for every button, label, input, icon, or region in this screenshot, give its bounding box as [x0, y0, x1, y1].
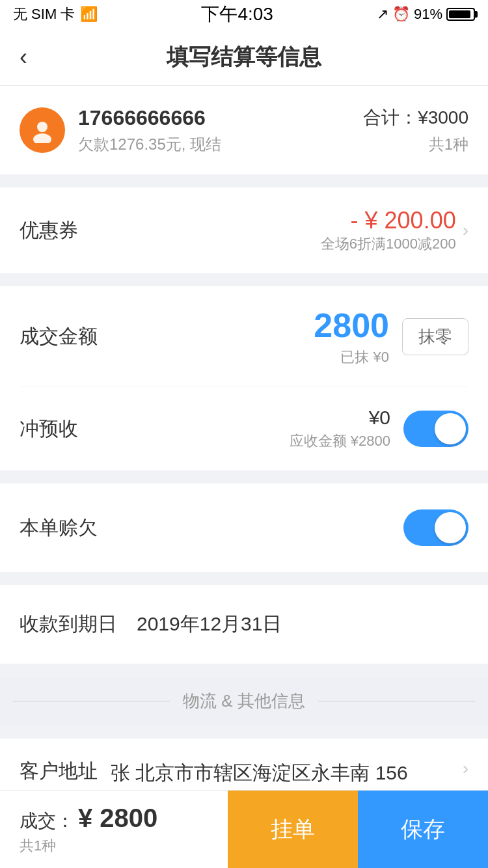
prepay-row: 冲预收 ¥0 应收金额 ¥2800 [20, 387, 468, 470]
alarm-icon: ⏰ [392, 6, 410, 23]
bottom-deal-row: 成交： ¥ 2800 [20, 804, 208, 834]
amount-section: 成交金额 2800 已抹 ¥0 抹零 冲预收 ¥0 应收金额 ¥2800 [0, 286, 488, 470]
status-bar: 无 SIM 卡 📶 下午4:03 ↗ ⏰ 91% [0, 0, 488, 29]
user-subtext: 欠款1276.35元, 现结 [78, 134, 221, 155]
bottom-deal-label: 成交： [20, 809, 74, 834]
coupon-right: - ¥ 200.00 全场6折满1000减200 › [321, 207, 468, 254]
svg-point-1 [33, 133, 51, 143]
deal-amount-sub: 已抹 ¥0 [314, 347, 389, 367]
count-label: 共1种 [363, 134, 468, 155]
prepay-toggle[interactable] [403, 411, 468, 447]
chevron-right-icon: › [463, 220, 468, 241]
logistics-label: 物流 & 其他信息 [170, 690, 318, 712]
round-button[interactable]: 抹零 [402, 318, 468, 355]
wifi-icon: 📶 [80, 6, 98, 23]
due-date-label: 收款到期日 [20, 611, 117, 638]
total-label: 合计：¥3000 [363, 105, 468, 130]
coupon-row[interactable]: 优惠券 - ¥ 200.00 全场6折满1000减200 › [0, 187, 488, 273]
battery-percent: 91% [414, 6, 442, 23]
location-icon: ↗ [377, 6, 388, 23]
divider-line-left [13, 701, 170, 701]
bottom-bar: 成交： ¥ 2800 共1种 挂单 保存 [0, 790, 488, 868]
bottom-summary: 成交： ¥ 2800 共1种 [0, 804, 228, 856]
coupon-amount: - ¥ 200.00 [321, 207, 456, 234]
deal-amount-value: 2800 [314, 306, 389, 345]
svg-point-0 [37, 122, 47, 132]
debt-toggle-thumb [435, 512, 466, 543]
sim-label: 无 SIM 卡 [13, 5, 75, 24]
prepay-right: ¥0 应收金额 ¥2800 [290, 407, 468, 451]
coupon-desc: 全场6折满1000减200 [321, 234, 456, 254]
status-left: 无 SIM 卡 📶 [13, 5, 98, 24]
debt-label: 本单赊欠 [20, 515, 98, 541]
bottom-count: 共1种 [20, 836, 208, 856]
status-right: ↗ ⏰ 91% [377, 6, 475, 23]
prepay-label: 冲预收 [20, 416, 78, 442]
user-info-card: 17666666666 欠款1276.35元, 现结 合计：¥3000 共1种 [0, 86, 488, 174]
pending-button[interactable]: 挂单 [228, 791, 358, 869]
debt-toggle[interactable] [403, 509, 468, 546]
user-left: 17666666666 欠款1276.35元, 现结 [20, 106, 221, 155]
coupon-amount-col: - ¥ 200.00 全场6折满1000减200 [321, 207, 456, 254]
page-title: 填写结算等信息 [59, 42, 429, 72]
save-button[interactable]: 保存 [358, 791, 488, 869]
deal-amount-label: 成交金额 [20, 323, 98, 350]
battery-icon [446, 8, 475, 21]
main-content: 17666666666 欠款1276.35元, 现结 合计：¥3000 共1种 … [0, 86, 488, 868]
deal-amount-right: 2800 已抹 ¥0 抹零 [314, 306, 468, 367]
nav-bar: ‹ 填写结算等信息 [0, 29, 488, 86]
user-info: 17666666666 欠款1276.35元, 现结 [78, 106, 221, 155]
user-total: 合计：¥3000 共1种 [363, 105, 468, 155]
back-button[interactable]: ‹ [20, 44, 59, 71]
toggle-thumb [435, 413, 466, 444]
prepay-amount-col: ¥0 应收金额 ¥2800 [290, 407, 390, 451]
address-chevron-icon: › [463, 758, 468, 779]
logistics-divider: 物流 & 其他信息 [0, 677, 488, 726]
address-label: 客户地址 [20, 758, 98, 785]
due-date-value: 2019年12月31日 [137, 611, 282, 638]
user-row: 17666666666 欠款1276.35元, 现结 合计：¥3000 共1种 [20, 105, 468, 155]
bottom-amount: ¥ 2800 [78, 804, 157, 833]
avatar [20, 107, 65, 153]
debt-row: 本单赊欠 [0, 483, 488, 572]
prepay-sub: 应收金额 ¥2800 [290, 431, 390, 451]
coupon-label: 优惠券 [20, 217, 78, 244]
due-date-row: 收款到期日 2019年12月31日 [0, 585, 488, 664]
deal-amount-row: 成交金额 2800 已抹 ¥0 抹零 [20, 286, 468, 387]
divider-line-right [318, 701, 475, 701]
status-time: 下午4:03 [201, 2, 273, 27]
user-phone: 17666666666 [78, 106, 221, 130]
prepay-amount: ¥0 [290, 407, 390, 429]
deal-amount-col: 2800 已抹 ¥0 [314, 306, 389, 367]
